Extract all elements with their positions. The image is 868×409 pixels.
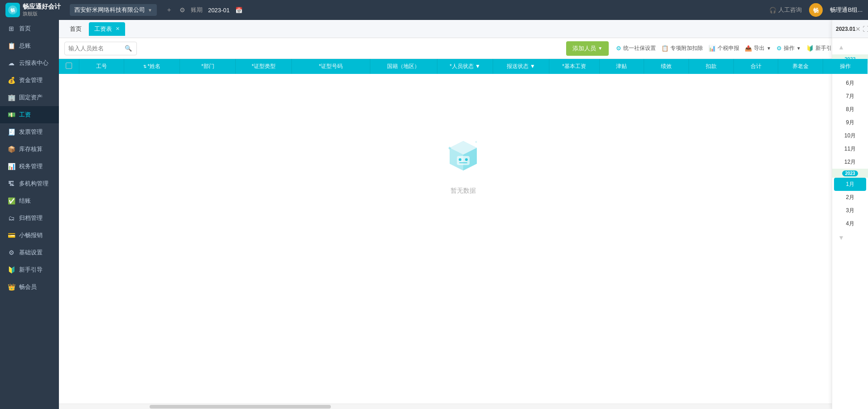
sidebar-item-archive[interactable]: 🗂归档管理 [0, 209, 59, 227]
sidebar-label-guide: 新手引导 [19, 266, 43, 274]
toolbar-action-special-deduct[interactable]: 📋专项附加扣除 [661, 44, 703, 52]
th-person-status: *人员状态 ▼ [437, 59, 493, 74]
company-name: 西安虾米网络科技有限公司 [74, 6, 145, 14]
date-panel-expand-icon[interactable]: ⛶ [863, 25, 868, 33]
calendar-icon[interactable]: 📅 [235, 7, 242, 14]
logo-icon: 畅 [5, 3, 20, 17]
report-status-filter-icon[interactable]: ▼ [530, 63, 535, 69]
sidebar-icon-member: 👑 [7, 283, 15, 291]
sidebar-label-multi-org: 多机构管理 [19, 180, 48, 188]
sidebar-item-fixed-assets[interactable]: 🏢固定资产 [0, 89, 59, 106]
th-total: 合计 [733, 59, 778, 74]
month-2023-01[interactable]: 1月 [834, 178, 866, 191]
sidebar-item-home[interactable]: ⊞首页 [0, 20, 59, 37]
sidebar-label-invoice: 发票管理 [19, 128, 43, 136]
toolbar-action-export[interactable]: 📤导出▼ [745, 44, 771, 52]
sidebar-item-fund[interactable]: 💰资金管理 [0, 72, 59, 89]
app-container: 畅 畅应通好会计 旗舰版 西安虾米网络科技有限公司 ▼ ＋ ⚙ 账期 2023-… [0, 0, 868, 409]
sidebar-item-ledger[interactable]: 📋总账 [0, 37, 59, 54]
month-2023-04[interactable]: 4月 [832, 217, 868, 230]
toolbar-action-operations[interactable]: ⚙操作▼ [776, 44, 801, 52]
date-prev-icon[interactable]: ▲ [836, 42, 847, 53]
date-panel-close-icon[interactable]: ✕ [855, 25, 861, 33]
sidebar-item-invoice[interactable]: 🧾发票管理 [0, 123, 59, 141]
sidebar-item-multi-org[interactable]: 🏗多机构管理 [0, 175, 59, 192]
logo: 畅 畅应通好会计 旗舰版 [5, 3, 61, 17]
month-2022-07[interactable]: 7月 [832, 90, 868, 103]
month-2023-03[interactable]: 3月 [832, 204, 868, 217]
month-2022-11[interactable]: 11月 [832, 142, 868, 156]
svg-point-10 [465, 158, 468, 161]
settings-button[interactable]: ⚙ [178, 5, 187, 15]
table-scrollbar[interactable] [59, 404, 868, 409]
sidebar-icon-salary: 💵 [7, 111, 15, 118]
header-actions: ＋ ⚙ 账期 2023-01 📅 [164, 4, 242, 16]
month-2022-12[interactable]: 12月 [832, 156, 868, 169]
toolbar-action-tax-report[interactable]: 📊个税申报 [708, 44, 739, 52]
sidebar-icon-cloud-report: ☁ [7, 59, 15, 67]
search-box[interactable]: 🔍 [64, 42, 137, 55]
sidebar-item-settings[interactable]: ⚙基础设置 [0, 244, 59, 261]
date-panel-header: 2023.01 ✕ ⛶ [832, 20, 868, 38]
content: 首页工资表✕ 🔍 添加人员 ▼ ⚙统一社保设置📋专项附加扣除📊个税申报📤导出▼⚙… [59, 20, 868, 409]
sidebar-icon-home: ⊞ [7, 25, 15, 32]
sidebar-icon-inventory: 📦 [7, 146, 15, 153]
sidebar-item-cloud-report[interactable]: ☁云报表中心 [0, 54, 59, 72]
sidebar-label-inventory: 库存核算 [19, 145, 43, 153]
toolbar-action-social-security[interactable]: ⚙统一社保设置 [616, 44, 656, 52]
sidebar-item-tax[interactable]: 📊税务管理 [0, 158, 59, 175]
sidebar-item-salary[interactable]: 💵工资 [0, 106, 59, 123]
toolbar: 🔍 添加人员 ▼ ⚙统一社保设置📋专项附加扣除📊个税申报📤导出▼⚙操作▼🔰新手引… [59, 38, 868, 59]
th-dept: *部门 [180, 59, 236, 74]
th-report-status: 报送状态 ▼ [493, 59, 549, 74]
month-2022-09[interactable]: 9月 [832, 116, 868, 129]
month-2022-06[interactable]: 6月 [832, 77, 868, 90]
select-all-checkbox[interactable] [66, 63, 72, 69]
sidebar-item-member[interactable]: 👑畅会员 [0, 278, 59, 296]
user-avatar[interactable]: 畅 [809, 3, 823, 17]
scroll-thumb[interactable] [150, 405, 331, 409]
date-panel-title: 2023.01 [836, 26, 855, 32]
th-deduction: 扣款 [689, 59, 734, 74]
toolbar-action-label-special-deduct: 专项附加扣除 [670, 44, 703, 52]
date-nav-top: ▲ [832, 40, 868, 54]
tab-close-salary-tab[interactable]: ✕ [116, 26, 120, 32]
sidebar-icon-guide: 🔰 [7, 266, 15, 273]
sidebar-label-ledger: 总账 [19, 42, 31, 50]
month-2022-08[interactable]: 8月 [832, 103, 868, 116]
toolbar-action-label-social-security: 统一社保设置 [623, 44, 656, 52]
toolbar-action-icon-social-security: ⚙ [616, 45, 621, 52]
company-selector[interactable]: 西安虾米网络科技有限公司 ▼ [70, 4, 157, 16]
th-base-wage: *基本工资 [549, 59, 599, 74]
svg-point-9 [459, 158, 461, 161]
main-area: ⊞首页📋总账☁云报表中心💰资金管理🏢固定资产💵工资🧾发票管理📦库存核算📊税务管理… [0, 20, 868, 409]
th-checkbox [59, 59, 79, 74]
sidebar-icon-multi-org: 🏗 [7, 180, 15, 187]
sidebar-label-settle: 结账 [19, 197, 31, 205]
toolbar-action-arrow-export: ▼ [766, 46, 771, 51]
svg-text:畅: 畅 [813, 7, 819, 14]
sidebar-item-guide[interactable]: 🔰新手引导 [0, 261, 59, 278]
search-input[interactable] [68, 45, 123, 52]
sidebar-label-tax: 税务管理 [19, 162, 43, 170]
date-next-icon[interactable]: ▼ [836, 232, 847, 243]
tab-home-tab[interactable]: 首页 [64, 22, 87, 36]
ai-service-button[interactable]: 🎧 人工咨询 [769, 6, 802, 14]
sidebar-item-expense[interactable]: 💳小畅报销 [0, 227, 59, 244]
th-idtype: *证型类型 [236, 59, 291, 74]
toolbar-action-icon-tax-report: 📊 [708, 45, 716, 52]
person-status-filter-icon[interactable]: ▼ [475, 63, 480, 69]
add-company-button[interactable]: ＋ [164, 4, 174, 16]
toolbar-action-label-tax-report: 个税申报 [718, 44, 739, 52]
tab-salary-tab[interactable]: 工资表✕ [89, 22, 125, 36]
sidebar-item-inventory[interactable]: 📦库存核算 [0, 141, 59, 158]
user-name[interactable]: 畅理通B组... [830, 6, 863, 14]
period-value: 2023-01 [208, 7, 230, 14]
add-person-button[interactable]: 添加人员 ▼ [566, 41, 609, 56]
sidebar-icon-tax: 📊 [7, 163, 15, 170]
sort-icon: ⇅ [143, 64, 147, 69]
sidebar-icon-expense: 💳 [7, 232, 15, 239]
sidebar-item-settle[interactable]: ✅结账 [0, 192, 59, 209]
month-2022-10[interactable]: 10月 [832, 129, 868, 142]
month-2023-02[interactable]: 2月 [832, 191, 868, 204]
